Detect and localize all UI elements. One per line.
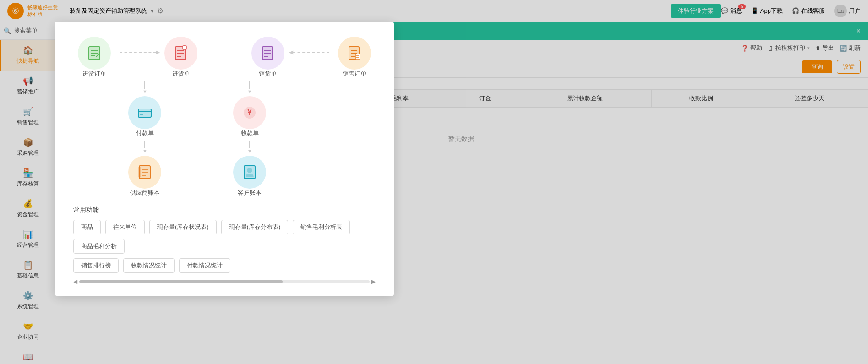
common-section: 常用功能 商品 往来单位 现存量(库存状况表) 现存量(库存分布表) 销售毛利分… (73, 206, 376, 273)
scrollbar-track[interactable] (79, 280, 370, 283)
common-btn-sales-rank[interactable]: 销售排行榜 (73, 258, 119, 273)
popup-panel: 进货订单 ▶ (55, 22, 394, 296)
common-btn-payment-stats[interactable]: 付款情况统计 (179, 258, 230, 273)
flow-node-payment-bill[interactable]: 付款单 (128, 96, 161, 137)
svg-point-38 (247, 168, 252, 173)
sales-order-circle[interactable] (338, 37, 371, 70)
common-btn-stock-status[interactable]: 现存量(库存状况表) (149, 220, 217, 234)
svg-rect-32 (138, 167, 141, 177)
flow-node-collection-bill[interactable]: ¥ 收款单 (233, 96, 266, 137)
flow-node-sales-order[interactable]: 销售订单 (338, 37, 371, 78)
flow-node-purchase-bill[interactable]: 进货单 (164, 37, 197, 78)
purchase-order-circle[interactable] (78, 37, 111, 70)
common-btn-sales-profit[interactable]: 销售毛利分析表 (293, 220, 350, 234)
scroll-right-icon[interactable]: ▶ (371, 278, 376, 285)
common-btn-collection-stats[interactable]: 收款情况统计 (123, 258, 175, 273)
overlay[interactable]: 进货订单 ▶ (0, 0, 868, 364)
popup-scrollbar: ◀ ▶ (73, 278, 376, 285)
common-btn-stock-dist[interactable]: 现存量(库存分布表) (221, 220, 289, 234)
scrollbar-thumb (79, 280, 283, 283)
flow-node-purchase-order[interactable]: 进货订单 (78, 37, 111, 78)
arrow-down-purchase: ▼ (128, 81, 161, 94)
scroll-left-icon[interactable]: ◀ (73, 278, 77, 285)
common-section-title: 常用功能 (73, 206, 376, 214)
svg-rect-27 (140, 114, 143, 115)
flow-node-supplier-ledger[interactable]: 供应商账本 (128, 156, 161, 197)
common-btns-row1: 商品 往来单位 现存量(库存状况表) 现存量(库存分布表) 销售毛利分析表 商品… (73, 220, 376, 254)
collection-bill-circle[interactable]: ¥ (233, 96, 266, 129)
arrow-purchase-to-bill: ▶ (120, 52, 156, 53)
common-btn-goods-profit[interactable]: 商品毛利分析 (73, 239, 125, 254)
customer-ledger-circle[interactable] (233, 156, 266, 189)
svg-rect-24 (138, 109, 151, 117)
common-btns-row2: 销售排行榜 收款情况统计 付款情况统计 (73, 258, 376, 273)
arrow-down-payment: ▼ (128, 141, 161, 154)
svg-rect-30 (139, 166, 150, 179)
flow-node-customer-ledger[interactable]: 客户账本 (233, 156, 266, 197)
supplier-ledger-circle[interactable] (128, 156, 161, 189)
arrow-down-collection: ▼ (233, 141, 266, 154)
flow-node-sales-bill[interactable]: 销货单 (251, 37, 284, 78)
common-btn-clients[interactable]: 往来单位 (105, 220, 145, 234)
svg-text:¥: ¥ (248, 109, 252, 116)
svg-rect-21 (355, 54, 360, 60)
common-btn-goods[interactable]: 商品 (73, 220, 101, 234)
arrow-order-to-sales: ◀ (293, 52, 329, 53)
sales-bill-circle[interactable] (251, 37, 284, 70)
payment-bill-circle[interactable] (128, 96, 161, 129)
arrow-down-sales: ▼ (233, 81, 266, 94)
svg-rect-10 (183, 46, 186, 49)
purchase-bill-circle[interactable] (164, 37, 197, 70)
